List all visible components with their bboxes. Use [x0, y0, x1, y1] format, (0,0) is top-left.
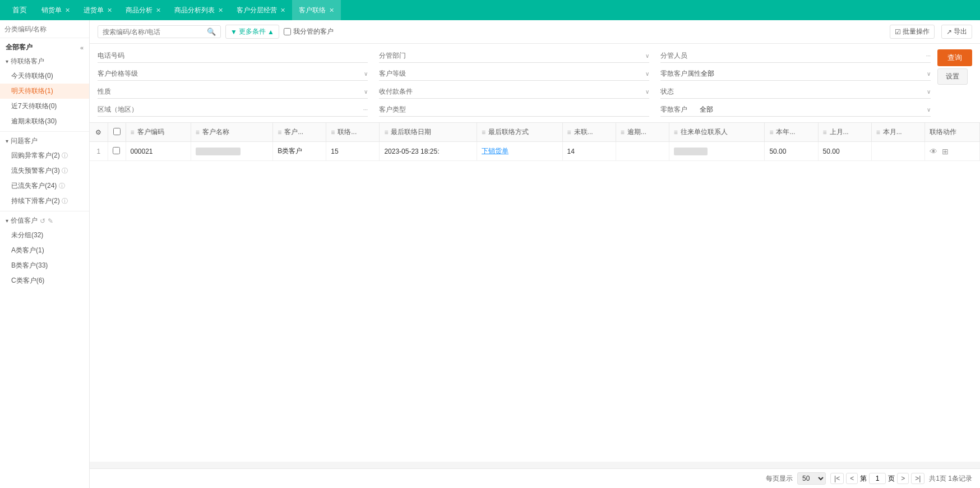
contact-method-link[interactable]: 下销货单: [482, 147, 509, 155]
nav-tab-0[interactable]: 销货单 ✕: [35, 0, 77, 20]
sidebar-group-problem[interactable]: 问题客户: [0, 134, 89, 148]
next-page-btn[interactable]: >: [897, 473, 909, 484]
query-button[interactable]: 查询: [937, 49, 972, 66]
nav-tab-2[interactable]: 商品分析 ✕: [119, 0, 168, 20]
export-btn[interactable]: ↗ 导出: [941, 25, 972, 39]
filter-scatter-customer: 零散客户 ∨: [660, 103, 931, 117]
content-area: 🔍 ▼ 更多条件 ▲ 我分管的客户 ☑ 批量操作 ↗ 导出: [90, 20, 980, 488]
cell-actions: 👁 ⊞: [924, 142, 979, 161]
cell-customer-code: 000021: [126, 142, 191, 161]
filter-customer-grade-input[interactable]: [418, 70, 643, 78]
more-filters-btn[interactable]: ▼ 更多条件 ▲: [225, 25, 279, 39]
sidebar-search-input[interactable]: [4, 25, 89, 33]
nav-tab-4[interactable]: 客户分层经营 ✕: [230, 0, 292, 20]
cell-checkbox[interactable]: [108, 142, 126, 161]
filter-manager: 分管人员 ···: [660, 49, 931, 63]
sidebar-collapse-icon[interactable]: «: [80, 44, 84, 51]
department-dropdown-icon[interactable]: ∨: [645, 53, 649, 59]
sidebar-item-lost[interactable]: 已流失客户(24) ⓘ: [0, 178, 89, 194]
cell-unit-contact: [669, 142, 765, 161]
filter-customer-grade: 客户等级 ∨: [379, 67, 649, 81]
th-settings[interactable]: ⚙: [90, 123, 108, 142]
th-overdue: 逾期...: [616, 123, 669, 142]
table-scrollbar[interactable]: [90, 462, 980, 468]
search-button[interactable]: 🔍: [207, 27, 216, 36]
th-checkbox: [108, 123, 126, 142]
search-input[interactable]: [103, 28, 207, 36]
filter-icon: ▼: [230, 28, 237, 36]
filter-panel: 电话号码 分管部门 ∨ 分管人员 ···: [90, 44, 980, 123]
customer-grade-dropdown-icon[interactable]: ∨: [645, 71, 649, 77]
filter-phone: 电话号码: [98, 49, 368, 63]
manager-more-icon[interactable]: ···: [926, 53, 931, 59]
sidebar-item-b-class[interactable]: B类客户(33): [0, 258, 89, 273]
close-tab-3-icon[interactable]: ✕: [218, 7, 223, 14]
sidebar-divider-1: [0, 131, 89, 132]
price-level-dropdown-icon[interactable]: ∨: [364, 71, 368, 77]
close-tab-1-icon[interactable]: ✕: [107, 7, 112, 14]
region-more-icon[interactable]: ···: [363, 107, 368, 113]
cell-last-contact-date: 2023-05-23 18:25:: [380, 142, 477, 161]
nature-dropdown-icon[interactable]: ∨: [364, 89, 368, 95]
nav-tab-5[interactable]: 客户联络 ✕: [292, 0, 341, 20]
right-actions: ☑ 批量操作 ↗ 导出: [890, 25, 972, 39]
filter-payment-input[interactable]: [418, 88, 643, 96]
filter-price-level-input[interactable]: [138, 70, 362, 78]
nav-tab-1[interactable]: 进货单 ✕: [77, 0, 119, 20]
close-tab-4-icon[interactable]: ✕: [280, 7, 285, 14]
last-page-btn[interactable]: >|: [911, 473, 924, 484]
filter-manager-input[interactable]: [700, 52, 924, 60]
main-container: 🔍 全部客户 « 待联络客户 今天待联络(0) 明天待联络(1) 近7天待联络(…: [0, 20, 980, 488]
scatter-attr-dropdown-icon[interactable]: ∨: [927, 71, 931, 77]
filter-status-input[interactable]: [700, 88, 924, 96]
scatter-customer-dropdown-icon[interactable]: ∨: [927, 107, 931, 113]
sidebar-item-churn-warning[interactable]: 流失预警客户(3) ⓘ: [0, 163, 89, 178]
th-uncontacted: 未联...: [562, 123, 616, 142]
sidebar-all-customers[interactable]: 全部客户 «: [0, 38, 89, 54]
sidebar-item-today[interactable]: 今天待联络(0): [0, 68, 89, 84]
nav-home[interactable]: 首页: [4, 0, 35, 20]
filter-region-input[interactable]: [138, 106, 361, 114]
sidebar-group-value[interactable]: 价值客户 ↺ ✎: [0, 214, 89, 228]
sidebar-item-c-class[interactable]: C类客户(6): [0, 273, 89, 288]
my-customers-checkbox[interactable]: [284, 28, 291, 35]
sidebar-item-ungrouped[interactable]: 未分组(32): [0, 228, 89, 243]
action-eye-icon[interactable]: 👁: [930, 147, 937, 156]
filter-scatter-attr: 零散客户属性 ∨: [660, 67, 931, 81]
filter-phone-input[interactable]: [137, 52, 368, 60]
filter-scatter-attr-input[interactable]: [701, 70, 924, 78]
action-grid-icon[interactable]: ⊞: [942, 147, 949, 156]
cell-this-year: 50.00: [765, 142, 818, 161]
row-checkbox[interactable]: [113, 147, 120, 154]
first-page-btn[interactable]: |<: [830, 473, 844, 484]
sidebar-item-tomorrow[interactable]: 明天待联络(1): [0, 84, 89, 99]
filter-nature-input[interactable]: [137, 88, 362, 96]
status-dropdown-icon[interactable]: ∨: [927, 89, 931, 95]
sidebar-item-declining[interactable]: 持续下滑客户(2) ⓘ: [0, 194, 89, 209]
footer: 每页显示 50 100 200 |< < 第 页 > >| 共1页 1条记录: [90, 468, 980, 488]
sidebar-item-a-class[interactable]: A类客户(1): [0, 243, 89, 258]
sidebar-item-7days[interactable]: 近7天待联络(0): [0, 99, 89, 114]
sidebar-group-pending[interactable]: 待联络客户: [0, 54, 89, 68]
cell-last-contact-method[interactable]: 下销货单: [477, 142, 562, 161]
close-tab-2-icon[interactable]: ✕: [156, 7, 161, 14]
th-last-contact-method: 最后联络方式: [477, 123, 562, 142]
close-tab-5-icon[interactable]: ✕: [329, 7, 334, 14]
sidebar-item-repurchase-abnormal[interactable]: 回购异常客户(2) ⓘ: [0, 148, 89, 163]
select-all-checkbox[interactable]: [113, 128, 121, 135]
top-navigation: 首页 销货单 ✕ 进货单 ✕ 商品分析 ✕ 商品分析列表 ✕ 客户分层经营 ✕ …: [0, 0, 980, 20]
filter-payment: 收付款条件 ∨: [379, 85, 649, 99]
nav-tab-3[interactable]: 商品分析列表 ✕: [168, 0, 230, 20]
page-input[interactable]: [869, 473, 886, 484]
filter-customer-type-input[interactable]: [418, 106, 649, 114]
close-tab-0-icon[interactable]: ✕: [65, 7, 70, 14]
table-header-row: ⚙ 客户编码 客户名称 客户... 联络... 最后联络日期 最后联络方式 未联…: [90, 123, 980, 142]
filter-department-input[interactable]: [418, 52, 643, 60]
sidebar-item-overdue[interactable]: 逾期未联络(30): [0, 114, 89, 129]
prev-page-btn[interactable]: <: [846, 473, 858, 484]
set-button[interactable]: 设置: [937, 68, 968, 85]
batch-ops-btn[interactable]: ☑ 批量操作: [890, 25, 935, 39]
page-size-select[interactable]: 50 100 200: [797, 472, 826, 485]
filter-scatter-customer-input[interactable]: [700, 106, 924, 114]
payment-dropdown-icon[interactable]: ∨: [645, 89, 649, 95]
